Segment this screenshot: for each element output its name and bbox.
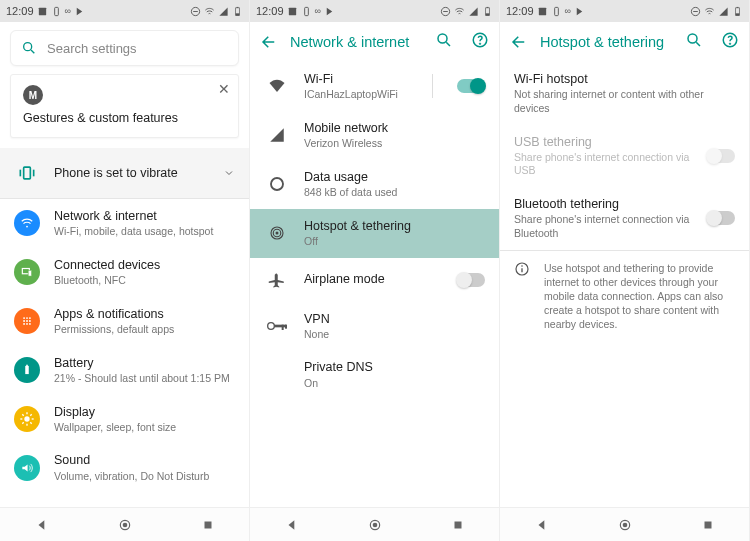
svg-rect-54: [274, 325, 286, 328]
item-title: Sound: [54, 452, 235, 468]
info-icon: [514, 261, 530, 277]
nav-back-icon[interactable]: [535, 518, 549, 532]
chevron-down-icon: [223, 167, 235, 179]
svg-point-75: [622, 522, 627, 527]
status-time: 12:09: [506, 5, 534, 17]
item-title: USB tethering: [514, 134, 693, 150]
search-button[interactable]: [435, 31, 453, 53]
phone-icon: [51, 6, 62, 17]
wifi-item[interactable]: Wi-FiICanHazLaptopWiFi: [250, 62, 499, 111]
item-sub: On: [304, 377, 485, 391]
svg-rect-66: [737, 6, 739, 7]
motorola-icon: M: [23, 85, 43, 105]
item-sub: Share phone's internet connection via US…: [514, 151, 693, 178]
battery-circle-icon: [14, 357, 40, 383]
phone-icon: [301, 6, 312, 17]
svg-point-45: [438, 34, 447, 43]
hotspot-tethering-item[interactable]: Hotspot & tetheringOff: [250, 209, 499, 258]
svg-line-34: [30, 414, 31, 415]
sound-item[interactable]: SoundVolume, vibration, Do Not Disturb: [0, 443, 249, 492]
wifi-toggle[interactable]: [457, 79, 485, 93]
apps-notifications-item[interactable]: Apps & notificationsPermissions, default…: [0, 297, 249, 346]
data-usage-item[interactable]: Data usage848 kB of data used: [250, 160, 499, 209]
app-bar: Network & internet: [250, 22, 499, 62]
connected-devices-item[interactable]: Connected devicesBluetooth, NFC: [0, 248, 249, 297]
nav-back-icon[interactable]: [35, 518, 49, 532]
infinity-icon: ∞: [65, 6, 71, 16]
item-title: Data usage: [304, 169, 485, 185]
nav-home-icon[interactable]: [618, 518, 632, 532]
svg-rect-0: [38, 7, 45, 14]
wifi-status-icon: [204, 6, 215, 17]
airplane-toggle[interactable]: [457, 273, 485, 287]
nav-home-icon[interactable]: [368, 518, 382, 532]
infinity-icon: ∞: [565, 6, 571, 16]
svg-line-46: [446, 42, 450, 46]
vibrate-mode-row[interactable]: Phone is set to vibrate: [0, 148, 249, 198]
svg-rect-55: [282, 325, 284, 330]
item-title: Hotspot & tethering: [304, 218, 485, 234]
item-title: Bluetooth tethering: [514, 196, 693, 212]
wifi-icon: [264, 73, 290, 99]
svg-point-12: [26, 226, 28, 228]
devices-icon: [14, 259, 40, 285]
status-time: 12:09: [256, 5, 284, 17]
svg-point-26: [24, 416, 29, 421]
signal-icon: [264, 122, 290, 148]
bluetooth-tethering-toggle[interactable]: [707, 211, 735, 225]
network-internet-item[interactable]: Network & internetWi-Fi, mobile, data us…: [0, 198, 249, 248]
svg-point-48: [479, 43, 481, 45]
vpn-item[interactable]: VPNNone: [250, 302, 499, 351]
nav-home-icon[interactable]: [118, 518, 132, 532]
item-sub: Wallpaper, sleep, font size: [54, 421, 235, 435]
battery-icon: [232, 6, 243, 17]
close-icon[interactable]: ✕: [218, 81, 230, 97]
suggestion-card[interactable]: ✕ M Gestures & custom features: [10, 74, 239, 138]
bluetooth-tethering-item[interactable]: Bluetooth tetheringShare phone's interne…: [500, 187, 749, 250]
item-sub: Wi-Fi, mobile, data usage, hotspot: [54, 225, 235, 239]
svg-point-58: [372, 522, 377, 527]
item-title: Mobile network: [304, 120, 485, 136]
status-bar: 12:09 ∞: [500, 0, 749, 22]
page-title: Network & internet: [290, 34, 417, 50]
item-title: Display: [54, 404, 235, 420]
nav-recent-icon[interactable]: [201, 518, 215, 532]
svg-point-20: [29, 320, 31, 322]
svg-rect-59: [454, 521, 461, 528]
back-arrow-icon[interactable]: [510, 33, 528, 51]
help-button[interactable]: [471, 31, 489, 53]
vibrate-title: Phone is set to vibrate: [54, 165, 209, 181]
display-icon: [14, 406, 40, 432]
item-title: Wi-Fi: [304, 71, 414, 87]
nav-back-icon[interactable]: [285, 518, 299, 532]
hotspot-tethering-screen: 12:09 ∞ Hotspot & tethering Wi-Fi hotspo…: [500, 0, 750, 541]
phone-icon: [551, 6, 562, 17]
item-title: Network & internet: [54, 208, 235, 224]
dnd-icon: [190, 6, 201, 17]
help-button[interactable]: [721, 31, 739, 53]
wifi-status-icon: [454, 6, 465, 17]
nav-recent-icon[interactable]: [701, 518, 715, 532]
airplane-mode-item[interactable]: Airplane mode: [250, 258, 499, 302]
info-box: Use hotspot and tethering to provide int…: [500, 250, 749, 342]
item-sub: Not sharing internet or content with oth…: [514, 88, 735, 115]
wifi-hotspot-item[interactable]: Wi-Fi hotspotNot sharing internet or con…: [500, 62, 749, 125]
svg-point-73: [521, 265, 523, 267]
search-settings[interactable]: Search settings: [10, 30, 239, 66]
airplane-icon: [264, 267, 290, 293]
nav-bar: [500, 507, 749, 541]
private-dns-item[interactable]: Private DNSOn: [250, 350, 499, 399]
battery-item[interactable]: Battery21% - Should last until about 1:1…: [0, 346, 249, 395]
back-arrow-icon[interactable]: [260, 33, 278, 51]
search-button[interactable]: [685, 31, 703, 53]
network-internet-screen: 12:09 ∞ Network & internet Wi-FiICanHazL…: [250, 0, 500, 541]
signal-icon: [218, 6, 229, 17]
vpn-icon: [264, 313, 290, 339]
svg-rect-1: [54, 7, 58, 15]
nav-recent-icon[interactable]: [451, 518, 465, 532]
screenshot-icon: [287, 6, 298, 17]
svg-rect-56: [285, 325, 287, 329]
display-item[interactable]: DisplayWallpaper, sleep, font size: [0, 395, 249, 444]
mobile-network-item[interactable]: Mobile networkVerizon Wireless: [250, 111, 499, 160]
svg-rect-5: [236, 13, 240, 15]
